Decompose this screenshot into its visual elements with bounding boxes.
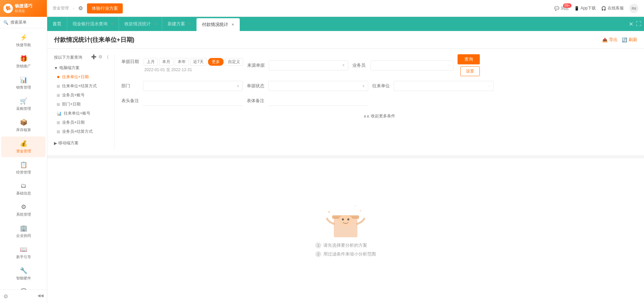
trial-btn[interactable]: 体验行业方案: [87, 3, 123, 13]
filter-cell-doc-status: 单据状态 ▼: [247, 81, 368, 91]
sidebar-item-label-basic: 基础信息: [16, 191, 31, 196]
date-btn-7days[interactable]: 近7天: [190, 58, 207, 66]
sidebar-item-icon-guide: 📖: [20, 246, 27, 253]
filter-tree-item-icon-counterpart-settle: ⊞: [57, 84, 60, 89]
filter-tree-item-dept-date[interactable]: ⊞ 部门+日期: [54, 100, 109, 109]
sidebar-footer-settings-icon[interactable]: ⚙: [3, 293, 8, 300]
tab-close-all-icon[interactable]: ✕: [629, 21, 633, 27]
filter-sidebar-label: 按以下方案查询: [54, 55, 82, 60]
empty-text: 1 请先选择要分析的方案 2 用过滤条件来缩小分析范围: [315, 242, 376, 260]
date-btn-more[interactable]: 更多: [208, 58, 224, 66]
filter-settings-icon[interactable]: ⚙: [98, 54, 103, 60]
query-btn[interactable]: 查询: [458, 54, 480, 64]
sidebar-item-guide[interactable]: 📖 新手引导: [1, 242, 46, 263]
date-btn-last-month[interactable]: 上月: [144, 58, 158, 66]
sidebar-footer-collapse-icon[interactable]: ◀◀: [37, 293, 43, 300]
export-btn[interactable]: 📤 导出: [602, 37, 618, 43]
user-avatar[interactable]: Rit: [629, 4, 639, 13]
filter-tree-item-staff-account[interactable]: ⊞ 业务员+账号: [54, 91, 109, 100]
sidebar-item-icon-operations: 📋: [20, 161, 27, 169]
tab-new-plan[interactable]: 新建方案 ×: [162, 17, 197, 31]
filter-tree-item-counterpart-date[interactable]: ● 往来单位+日期: [54, 72, 109, 82]
tab-bank-flow-close-icon[interactable]: ×: [111, 22, 113, 26]
sidebar-header: 畅 畅捷通巧 标准版: [0, 0, 47, 17]
sidebar-item-enterprise[interactable]: 🏢 企业协同: [1, 221, 46, 242]
sidebar-item-label-finance: 资金管理: [16, 149, 31, 154]
sidebar-item-icon-system: ⚙: [21, 203, 26, 211]
doc-status-select[interactable]: ▼: [268, 81, 368, 91]
tab-home[interactable]: 首页: [47, 17, 67, 31]
sidebar-item-system[interactable]: ⚙ 系统管理: [1, 200, 46, 220]
dept-select[interactable]: ▼: [143, 81, 243, 91]
date-btn-this-month[interactable]: 本月: [159, 58, 173, 66]
staff-label: 业务员: [352, 62, 369, 68]
date-btn-this-year[interactable]: 本年: [175, 58, 189, 66]
filter-tree-item-counterpart-settle[interactable]: ⊞ 往来单位+结算方式: [54, 82, 109, 91]
doc-status-label: 单据状态: [247, 83, 267, 89]
sidebar-item-quick-nav[interactable]: ⚡ 快捷导航: [1, 30, 46, 51]
sidebar-item-operations[interactable]: 📋 经营管理: [1, 158, 46, 178]
svg-text:✦: ✦: [327, 209, 331, 215]
filter-tree-item-counterpart-account[interactable]: 📊 往来单位+账号: [54, 109, 109, 118]
sidebar-item-inventory[interactable]: 📦 库存核算: [1, 115, 46, 136]
collapse-bar[interactable]: ∧∧ 收起更多条件: [121, 111, 637, 122]
sidebar-item-wechat[interactable]: 💬 企业微信: [1, 285, 46, 290]
sidebar-item-label-hardware: 智能硬件: [16, 276, 31, 281]
empty-text-item-2: 2 用过滤条件来缩小分析范围: [315, 251, 376, 257]
filter-tree-item-staff-settle[interactable]: ⊞ 业务员+结算方式: [54, 127, 109, 136]
tab-new-plan-label: 新建方案: [168, 21, 185, 27]
tab-expand-icon[interactable]: ⛶: [636, 21, 641, 27]
notifications-btn[interactable]: 💬 消息 99+: [554, 5, 569, 11]
filter-tree-mobile-group: ▶ 移动端方案: [54, 139, 109, 147]
sidebar-item-icon-sales: 📊: [20, 76, 27, 84]
page-header: 付款情况统计(往来单位+日期) 📤 导出 🔄 刷新: [47, 31, 644, 49]
tab-payment-plan[interactable]: 付款情况统计 ×: [197, 18, 240, 31]
sidebar-item-label-purchase: 采购管理: [16, 106, 31, 111]
sidebar-logo-text: 畅捷通巧 标准版: [15, 3, 32, 13]
filter-cell-date: 单据日期 上月 本月 本年 近7天 更多 自定义: [121, 58, 243, 73]
staff-select[interactable]: ···: [371, 60, 453, 70]
notifications-badge: 99+: [563, 3, 572, 8]
body-note-input[interactable]: [268, 96, 368, 106]
tab-bank-flow[interactable]: 现金银行流水查询 ×: [67, 17, 119, 31]
filter-collapse-icon[interactable]: 《: [105, 54, 109, 60]
source-select[interactable]: ▼: [269, 60, 348, 70]
filter-tree-item-staff-date[interactable]: ⊞ 业务员+日期: [54, 118, 109, 127]
sidebar-item-hardware[interactable]: 🔧 智能硬件: [1, 264, 46, 284]
tab-payment-stats-close-icon[interactable]: ×: [154, 22, 156, 26]
sidebar-item-icon-purchase: 🛒: [20, 97, 27, 105]
refresh-btn[interactable]: 🔄 刷新: [622, 37, 637, 43]
filter-tree-item-label-counterpart-account: 往来单位+账号: [64, 111, 90, 116]
sidebar-item-basic[interactable]: 🗂 基础信息: [1, 179, 46, 199]
filter-tree-mobile-header[interactable]: ▶ 移动端方案: [54, 139, 109, 147]
sidebar-item-sales[interactable]: 📊 销售管理: [1, 73, 46, 93]
sidebar-item-label-inventory: 库存核算: [16, 127, 31, 132]
tab-new-plan-close-icon[interactable]: ×: [188, 22, 191, 26]
sidebar-item-finance[interactable]: 💰 资金管理: [1, 137, 46, 157]
tab-payment-stats[interactable]: 收款情况统计 ×: [119, 17, 162, 31]
tab-payment-plan-close-icon[interactable]: ×: [232, 22, 234, 27]
app-download-btn[interactable]: 📱 App下载: [574, 5, 596, 11]
sidebar-item-label-enterprise: 企业协同: [16, 233, 31, 238]
date-quick-btns: 上月 本月 本年 近7天 更多 自定义: [144, 58, 243, 66]
filter-add-icon[interactable]: ➕: [91, 54, 96, 60]
body-note-label: 表体备注: [247, 98, 267, 104]
filter-tree-item-label-counterpart-date: 往来单位+日期: [62, 74, 89, 80]
sidebar-search[interactable]: 🔍 搜索菜单: [0, 17, 47, 28]
refresh-icon: 🔄: [622, 37, 627, 42]
content-area: 付款情况统计(往来单位+日期) 📤 导出 🔄 刷新: [47, 31, 644, 303]
topbar-settings-icon[interactable]: ⚙: [78, 5, 83, 11]
sidebar-item-marketing[interactable]: 🎁 营销推广: [1, 52, 46, 72]
filter-tree-item-icon-staff-settle: ⊞: [57, 129, 60, 134]
filter-settings-btn[interactable]: 设置: [460, 66, 480, 76]
sidebar-item-icon-quick-nav: ⚡: [20, 34, 27, 41]
date-btn-custom[interactable]: 自定义: [225, 58, 243, 66]
counterpart-select[interactable]: ···: [394, 81, 494, 91]
online-service-btn[interactable]: 🎧 在线客服: [601, 5, 624, 11]
sidebar-item-icon-wechat: 💬: [20, 288, 27, 290]
filter-tree-desktop-header[interactable]: ▼ 电脑端方案: [54, 64, 109, 72]
tab-payment-plan-label: 付款情况统计: [202, 22, 228, 28]
sidebar-item-purchase[interactable]: 🛒 采购管理: [1, 94, 46, 115]
header-note-input[interactable]: [143, 96, 243, 106]
filter-row-2: 部门 ▼ 单据状态 ▼: [121, 81, 637, 91]
